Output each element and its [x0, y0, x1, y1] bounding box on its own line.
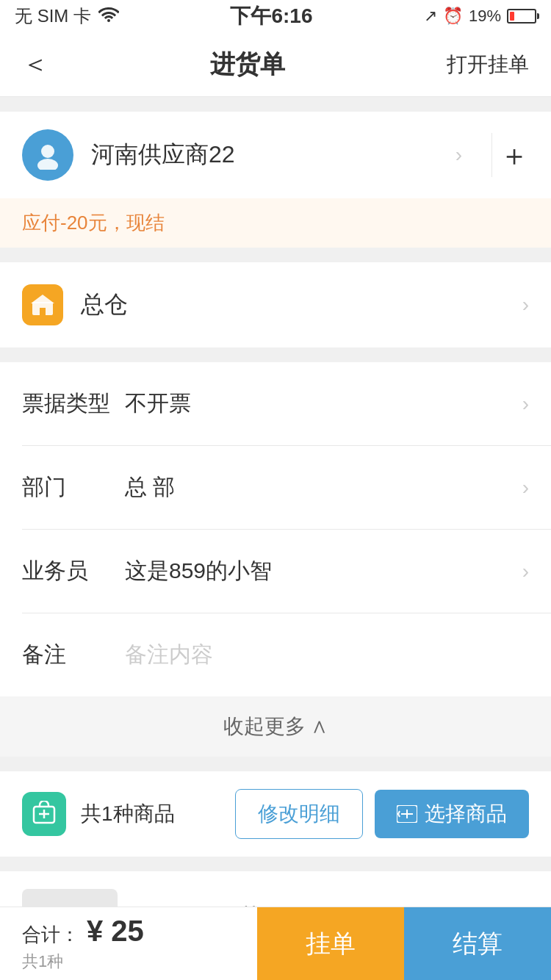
- footer-count: 共1种: [22, 951, 235, 973]
- collapse-label: 收起更多 ∧: [223, 713, 328, 741]
- department-key: 部门: [22, 472, 125, 502]
- svg-point-0: [41, 145, 54, 158]
- wifi-icon: [98, 6, 119, 26]
- alert-banner: 应付-20元，现结: [0, 198, 551, 248]
- section-gap-2: [0, 248, 551, 262]
- invoice-type-row[interactable]: 票据类型 不开票 ›: [0, 362, 551, 445]
- invoice-type-arrow-icon: ›: [522, 392, 529, 416]
- section-gap-1: [0, 97, 551, 112]
- carrier-label: 无 SIM 卡: [15, 4, 91, 28]
- department-value: 总 部: [125, 472, 522, 502]
- footer-total-line: 合计： ¥ 25: [22, 915, 235, 948]
- footer: 合计： ¥ 25 共1种 挂单 结算: [0, 907, 551, 980]
- invoice-type-value: 不开票: [125, 389, 522, 419]
- supplier-arrow-icon: ›: [455, 143, 462, 167]
- warehouse-section: 总仓 ›: [0, 262, 551, 347]
- remark-placeholder[interactable]: 备注内容: [125, 640, 529, 670]
- salesperson-arrow-icon: ›: [522, 560, 529, 583]
- warehouse-icon: [22, 284, 63, 325]
- supplier-name[interactable]: 河南供应商22: [91, 139, 455, 171]
- location-icon: ↗: [424, 7, 437, 26]
- alarm-icon: ⏰: [443, 7, 463, 26]
- collapse-button[interactable]: 收起更多 ∧: [0, 696, 551, 757]
- department-arrow-icon: ›: [522, 476, 529, 500]
- supplier-avatar: [22, 129, 73, 181]
- svg-rect-4: [40, 308, 46, 315]
- total-amount: ¥ 25: [87, 915, 144, 948]
- supplier-section: 河南供应商22 › ＋ 应付-20元，现结: [0, 112, 551, 248]
- salesperson-value: 这是859的小智: [125, 556, 522, 586]
- salesperson-row[interactable]: 业务员 这是859的小智 ›: [0, 530, 551, 613]
- supplier-add-button[interactable]: ＋: [500, 135, 529, 176]
- section-gap-3: [0, 347, 551, 362]
- total-label: 合计：: [22, 922, 79, 948]
- edit-detail-button[interactable]: 修改明细: [235, 789, 363, 839]
- supplier-divider: [491, 133, 492, 177]
- status-right: ↗ ⏰ 19%: [424, 7, 536, 26]
- warehouse-row[interactable]: 总仓 ›: [0, 262, 551, 347]
- form-section: 票据类型 不开票 › 部门 总 部 › 业务员 这是859的小智 › 备注 备注…: [0, 362, 551, 696]
- status-left: 无 SIM 卡: [15, 4, 119, 28]
- checkout-button[interactable]: 结算: [404, 907, 551, 980]
- hang-order-button[interactable]: 挂单: [257, 907, 404, 980]
- back-button[interactable]: ＜: [22, 46, 48, 82]
- select-product-label: 选择商品: [425, 800, 507, 828]
- open-hang-button[interactable]: 打开挂单: [447, 51, 529, 79]
- warehouse-name: 总仓: [81, 289, 522, 321]
- footer-total: 合计： ¥ 25 共1种: [0, 907, 257, 980]
- product-count-icon: [22, 792, 66, 836]
- nav-bar: ＜ 进货单 打开挂单: [0, 32, 551, 97]
- battery-icon: [507, 9, 536, 24]
- page-title: 进货单: [210, 48, 285, 82]
- product-section-header: 共1种商品 修改明细 选择商品: [0, 771, 551, 857]
- supplier-row: 河南供应商22 › ＋: [0, 112, 551, 198]
- svg-point-1: [37, 159, 58, 170]
- invoice-type-key: 票据类型: [22, 389, 125, 419]
- section-gap-4: [0, 757, 551, 771]
- warehouse-arrow-icon: ›: [522, 293, 529, 317]
- svg-marker-3: [31, 295, 54, 303]
- battery-percent: 19%: [469, 7, 501, 26]
- remark-row[interactable]: 备注 备注内容: [0, 613, 551, 696]
- product-count-text: 共1种商品: [81, 800, 235, 828]
- status-bar: 无 SIM 卡 下午6:16 ↗ ⏰ 19%: [0, 0, 551, 32]
- department-row[interactable]: 部门 总 部 ›: [0, 446, 551, 529]
- remark-key: 备注: [22, 640, 125, 670]
- status-time: 下午6:16: [230, 2, 312, 30]
- salesperson-key: 业务员: [22, 556, 125, 586]
- select-product-button[interactable]: 选择商品: [375, 790, 529, 838]
